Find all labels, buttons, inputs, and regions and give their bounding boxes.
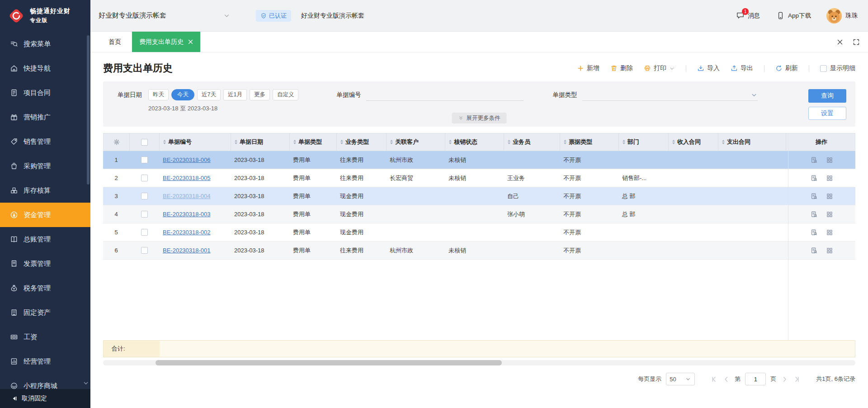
date-option-4[interactable]: 更多 bbox=[250, 89, 270, 100]
view-detail-icon[interactable] bbox=[811, 193, 818, 200]
sort-icon[interactable] bbox=[390, 140, 393, 144]
tab-active[interactable]: 费用支出单历史 bbox=[132, 32, 200, 52]
sort-icon[interactable] bbox=[672, 140, 675, 144]
table-row[interactable]: 5BE-20230318-0022023-03-18费用单现金费用不开票 bbox=[103, 223, 855, 242]
column-header-3[interactable]: 业务类型 bbox=[337, 133, 387, 151]
app-download-button[interactable]: App下载 bbox=[776, 11, 811, 20]
table-row[interactable]: 6BE-20230318-0012023-03-18费用单往来费用杭州市政未核销… bbox=[103, 242, 855, 260]
column-header-4[interactable]: 关联客户 bbox=[387, 133, 445, 151]
doc-no-link[interactable]: BE-20230318-001 bbox=[163, 247, 211, 254]
toolbar-refresh-button[interactable]: 刷新 bbox=[775, 64, 798, 72]
sidebar-item-marketing[interactable]: 营销推广 bbox=[0, 105, 90, 129]
view-detail-icon[interactable] bbox=[811, 175, 818, 182]
sidebar-item-inventory[interactable]: 库存核算 bbox=[0, 178, 90, 203]
doc-no-link[interactable]: BE-20230318-002 bbox=[163, 229, 211, 236]
select-all-checkbox[interactable] bbox=[141, 139, 148, 146]
messages-button[interactable]: 1 消息 bbox=[736, 11, 760, 20]
date-option-0[interactable]: 昨天 bbox=[148, 89, 169, 100]
sort-icon[interactable] bbox=[163, 140, 166, 144]
next-page-icon[interactable] bbox=[781, 375, 788, 383]
horizontal-scrollbar[interactable] bbox=[103, 360, 855, 365]
per-page-select[interactable]: 50 bbox=[666, 373, 695, 385]
page-input[interactable] bbox=[745, 373, 766, 385]
sidebar-item-ledger[interactable]: 总账管理 bbox=[0, 227, 90, 251]
date-option-1[interactable]: 今天 bbox=[171, 89, 194, 100]
column-header-8[interactable]: 部门 bbox=[619, 133, 669, 151]
row-checkbox[interactable] bbox=[141, 211, 148, 218]
first-page-icon[interactable] bbox=[710, 375, 718, 383]
sidebar-item-invoice[interactable]: 发票管理 bbox=[0, 251, 90, 276]
doc-no-link[interactable]: BE-20230318-006 bbox=[163, 157, 211, 163]
sidebar-item-sales[interactable]: 销售管理 bbox=[0, 129, 90, 154]
toolbar-import-button[interactable]: 导入 bbox=[697, 64, 720, 72]
unpin-sidebar-button[interactable]: 取消固定 bbox=[0, 389, 90, 408]
sort-icon[interactable] bbox=[293, 140, 296, 144]
doc-type-select[interactable] bbox=[582, 89, 758, 101]
sort-icon[interactable] bbox=[340, 140, 343, 144]
sidebar-item-miniapp[interactable]: 小程序商城 bbox=[0, 374, 90, 389]
date-option-3[interactable]: 近1月 bbox=[223, 89, 247, 100]
table-row[interactable]: 3BE-20230318-0042023-03-18费用单现金费用自己不开票总 … bbox=[103, 187, 855, 205]
view-detail-icon[interactable] bbox=[811, 229, 818, 236]
row-checkbox[interactable] bbox=[141, 229, 148, 236]
row-checkbox[interactable] bbox=[141, 193, 148, 199]
row-checkbox[interactable] bbox=[141, 175, 148, 181]
sidebar-item-assets[interactable]: 固定资产 bbox=[0, 300, 90, 325]
close-tab-icon[interactable] bbox=[188, 39, 193, 44]
column-header-6[interactable]: 业务员 bbox=[504, 133, 560, 151]
row-checkbox[interactable] bbox=[141, 247, 148, 254]
toolbar-export-button[interactable]: 导出 bbox=[731, 64, 753, 72]
date-option-2[interactable]: 近7天 bbox=[197, 89, 221, 100]
sidebar-item-salary[interactable]: 工资 bbox=[0, 325, 90, 349]
sidebar-item-quicknav[interactable]: 快捷导航 bbox=[0, 56, 90, 81]
view-detail-icon[interactable] bbox=[811, 211, 818, 218]
column-header-7[interactable]: 票据类型 bbox=[560, 133, 619, 151]
sort-icon[interactable] bbox=[508, 140, 510, 144]
toolbar-delete-button[interactable]: 删除 bbox=[610, 64, 633, 72]
sidebar-item-contract[interactable]: 项目合同 bbox=[0, 81, 90, 105]
show-detail-checkbox[interactable] bbox=[820, 65, 827, 72]
table-row[interactable]: 2BE-20230318-0052023-03-18费用单往来费用长宏商贸未核销… bbox=[103, 169, 855, 187]
horizontal-scrollbar-thumb[interactable] bbox=[156, 360, 501, 365]
toolbar-print-button[interactable]: 打印 bbox=[644, 64, 675, 72]
table-row[interactable]: 4BE-20230318-0032023-03-18费用单现金费用张小萌不开票总… bbox=[103, 205, 855, 223]
expand-filters-button[interactable]: 展开更多条件 bbox=[452, 113, 507, 123]
column-header-0[interactable]: 单据编号 bbox=[160, 133, 231, 151]
sidebar-item-tax[interactable]: 税务管理 bbox=[0, 276, 90, 300]
more-actions-grid-icon[interactable] bbox=[826, 175, 833, 182]
more-actions-grid-icon[interactable] bbox=[826, 157, 833, 164]
sidebar-scrollbar[interactable] bbox=[87, 35, 90, 185]
doc-no-link[interactable]: BE-20230318-003 bbox=[163, 211, 211, 218]
toolbar-add-button[interactable]: 新增 bbox=[577, 64, 599, 72]
column-header-9[interactable]: 收入合同 bbox=[669, 133, 718, 151]
more-actions-grid-icon[interactable] bbox=[826, 193, 833, 200]
prev-page-icon[interactable] bbox=[722, 375, 730, 383]
doc-no-link[interactable]: BE-20230318-005 bbox=[163, 175, 211, 181]
column-header-10[interactable]: 支出合同 bbox=[718, 133, 786, 151]
sort-icon[interactable] bbox=[449, 140, 452, 144]
doc-no-link[interactable]: BE-20230318-004 bbox=[163, 193, 211, 199]
row-checkbox[interactable] bbox=[141, 157, 148, 163]
sort-icon[interactable] bbox=[564, 140, 566, 144]
sort-icon[interactable] bbox=[722, 140, 725, 144]
doc-no-input[interactable] bbox=[366, 89, 524, 101]
query-button[interactable]: 查询 bbox=[808, 89, 846, 103]
show-detail-toggle[interactable]: 显示明细 bbox=[820, 64, 855, 72]
more-actions-grid-icon[interactable] bbox=[826, 211, 833, 218]
user-menu[interactable]: 珠珠 bbox=[826, 8, 858, 24]
sidebar-item-funds[interactable]: 资金管理 bbox=[0, 203, 90, 227]
tab-home[interactable]: 首页 bbox=[98, 32, 132, 52]
account-dropdown[interactable]: 好业财专业版演示帐套 bbox=[99, 11, 231, 20]
table-row[interactable]: 1BE-20230318-0062023-03-18费用单往来费用杭州市政未核销… bbox=[103, 151, 855, 169]
column-settings-button[interactable] bbox=[104, 133, 130, 151]
sort-icon[interactable] bbox=[623, 140, 625, 144]
sidebar-item-business[interactable]: 经营管理 bbox=[0, 349, 90, 374]
settings-button[interactable]: 设置 bbox=[808, 107, 846, 120]
column-header-5[interactable]: 核销状态 bbox=[445, 133, 504, 151]
last-page-icon[interactable] bbox=[793, 375, 801, 383]
sort-icon[interactable] bbox=[235, 140, 237, 144]
scroll-down-icon[interactable] bbox=[83, 380, 89, 386]
date-range-value[interactable]: 2023-03-18 至 2023-03-18 bbox=[148, 104, 298, 113]
column-header-1[interactable]: 单据日期 bbox=[231, 133, 290, 151]
sidebar-item-search[interactable]: 搜索菜单 bbox=[0, 32, 90, 56]
